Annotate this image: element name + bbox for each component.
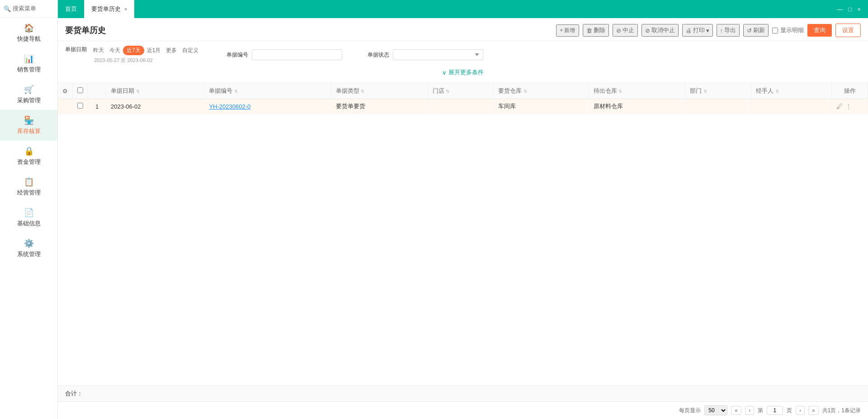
refresh-icon: ↺ (747, 27, 752, 34)
sidebar-item-inventory[interactable]: 🏪 库存核算 (0, 110, 57, 141)
window-minimize-button[interactable]: — (837, 6, 843, 13)
doc-no-input[interactable] (252, 49, 342, 60)
filter-area: 单据日期 昨天 今天 近7天 近1月 更多 自定义 2023-05-27 至 2… (58, 41, 868, 83)
row-more-icon[interactable]: ⋮ (845, 103, 852, 110)
sidebar-search-label: 搜索菜单 (13, 5, 36, 13)
sort-icon-pending-warehouse: ⇅ (618, 89, 622, 94)
query-button[interactable]: 查询 (807, 24, 832, 37)
page-content: 要货单历史 + 新增 🗑 删除 ⊘ 中止 ⊘ 取消中止 🖨 打印 (58, 18, 868, 419)
cancel-stop-button[interactable]: ⊘ 取消中止 (642, 24, 679, 37)
date-btn-custom[interactable]: 自定义 (179, 46, 201, 55)
window-maximize-button[interactable]: □ (849, 6, 852, 13)
sales-icon: 📊 (24, 54, 34, 64)
table-header: ⚙ 单据日期 ⇅ 单据编号 ⇅ (58, 83, 868, 99)
page-label: 第 (758, 407, 763, 414)
main-area: 首页 要货单历史 × — □ × 要货单历史 + 新增 🗑 删除 ⊘ 中 (58, 0, 868, 419)
current-page-input[interactable] (767, 406, 783, 415)
sidebar-item-label-inventory: 库存核算 (17, 127, 41, 135)
sort-icon-handler: ⇅ (775, 89, 779, 94)
doc-no-label: 单据编号 (226, 51, 248, 59)
date-btn-more[interactable]: 更多 (163, 46, 179, 55)
sidebar-item-purchase[interactable]: 🛒 采购管理 (0, 79, 57, 110)
page-header: 要货单历史 + 新增 🗑 删除 ⊘ 中止 ⊘ 取消中止 🖨 打印 (58, 18, 868, 41)
th-doc-type-label: 单据类型 (336, 87, 359, 94)
prev-page-button[interactable]: ‹ (745, 406, 754, 415)
display-detail-toggle[interactable]: 显示明细 (772, 26, 804, 34)
sidebar-item-label-sales: 销售管理 (17, 66, 41, 74)
td-checkbox[interactable] (73, 99, 88, 114)
display-detail-checkbox[interactable] (772, 28, 778, 33)
date-btn-7days[interactable]: 近7天 (123, 46, 144, 55)
date-btn-1month[interactable]: 近1月 (144, 46, 164, 55)
tab-close-button[interactable]: × (124, 6, 127, 12)
row-action-icons: 🖊 ⋮ (836, 103, 863, 110)
sidebar-item-label-purchase: 采购管理 (17, 96, 41, 105)
sidebar-item-sales[interactable]: 📊 销售管理 (0, 48, 57, 79)
th-settings[interactable]: ⚙ (58, 83, 73, 99)
print-button[interactable]: 🖨 打印 ▾ (682, 24, 713, 37)
date-btn-today[interactable]: 今天 (107, 46, 123, 55)
sidebar-item-label-operation: 经营管理 (17, 189, 41, 197)
th-req-warehouse[interactable]: 要货仓库 ⇅ (494, 83, 589, 99)
sidebar-search-area[interactable]: 🔍 搜索菜单 (0, 0, 57, 18)
th-store[interactable]: 门店 ⇅ (428, 83, 494, 99)
th-department[interactable]: 部门 ⇅ (685, 83, 751, 99)
row-edit-icon[interactable]: 🖊 (836, 103, 843, 110)
total-info: 共1页，1条记录 (822, 407, 861, 414)
th-doc-date[interactable]: 单据日期 ⇅ (106, 83, 204, 99)
th-operations: 操作 (832, 83, 868, 99)
window-close-button[interactable]: × (857, 6, 861, 13)
new-button[interactable]: + 新增 (556, 24, 579, 37)
td-doc-date: 2023-06-02 (106, 99, 204, 114)
topbar-right-controls: — □ × (837, 6, 868, 13)
select-all-checkbox[interactable] (77, 87, 83, 93)
row-checkbox[interactable] (77, 103, 83, 109)
setting-button[interactable]: 设置 (835, 24, 861, 37)
export-button[interactable]: ↑ 导出 (717, 24, 740, 37)
data-table: ⚙ 单据日期 ⇅ 单据编号 ⇅ (58, 83, 868, 114)
th-handler[interactable]: 经手人 ⇅ (751, 83, 831, 99)
sidebar-item-label-quick-nav: 快捷导航 (17, 35, 41, 43)
th-doc-no[interactable]: 单据编号 ⇅ (204, 83, 331, 99)
stop-button[interactable]: ⊘ 中止 (613, 24, 638, 37)
sidebar-item-quick-nav[interactable]: 🏠 快捷导航 (0, 18, 57, 48)
tab-requisition-history[interactable]: 要货单历史 × (84, 0, 134, 18)
sort-icon-store: ⇅ (446, 89, 449, 94)
sidebar-item-operation[interactable]: 📋 经营管理 (0, 171, 57, 202)
sidebar-item-finance[interactable]: 🔒 资金管理 (0, 141, 57, 171)
doc-no-filter-group: 单据编号 (226, 49, 342, 60)
td-pending-warehouse: 原材料仓库 (589, 99, 685, 114)
doc-no-link[interactable]: YH-20230602-0 (209, 103, 250, 110)
basic-icon: 📄 (24, 208, 34, 218)
expand-more-btn[interactable]: ∨ 展开更多条件 (442, 68, 484, 76)
date-filter-options: 昨天 今天 近7天 近1月 更多 自定义 2023-05-27 至 2023-0… (90, 46, 201, 64)
print-icon: 🖨 (686, 27, 692, 34)
first-page-button[interactable]: « (731, 406, 741, 415)
sidebar-item-label-basic: 基础信息 (17, 219, 41, 228)
page-size-select[interactable]: 20 50 100 200 (704, 405, 727, 415)
th-pending-warehouse[interactable]: 待出仓库 ⇅ (589, 83, 685, 99)
table-row: 1 2023-06-02 YH-20230602-0 要货单要货 车间库 原材料… (58, 99, 868, 114)
tab-home[interactable]: 首页 (58, 0, 84, 18)
last-page-button[interactable]: » (808, 406, 819, 415)
sidebar-item-basic[interactable]: 📄 基础信息 (0, 202, 57, 233)
sidebar: 🔍 搜索菜单 🏠 快捷导航 📊 销售管理 🛒 采购管理 🏪 库存核算 🔒 资金管… (0, 0, 58, 419)
topbar: 首页 要货单历史 × — □ × (58, 0, 868, 18)
pagination-bar: 每页显示 20 50 100 200 « ‹ 第 页 › » 共1页，1条记录 (58, 401, 868, 419)
status-label: 单据状态 (368, 51, 389, 59)
th-handler-label: 经手人 (756, 87, 774, 94)
th-doc-type[interactable]: 单据类型 ⇅ (331, 83, 428, 99)
sidebar-item-system[interactable]: ⚙️ 系统管理 (0, 233, 57, 264)
delete-button[interactable]: 🗑 删除 (583, 24, 609, 37)
refresh-button[interactable]: ↺ 刷新 (743, 24, 769, 37)
td-department (685, 99, 751, 114)
sidebar-item-label-system: 系统管理 (17, 250, 41, 258)
td-handler (751, 99, 831, 114)
next-page-button[interactable]: › (796, 406, 805, 415)
status-select[interactable]: 全部 草稿 已提交 已审核 已中止 (393, 49, 483, 60)
page-title: 要货单历史 (65, 25, 556, 36)
date-btn-yesterday[interactable]: 昨天 (90, 46, 107, 55)
sidebar-search-trigger[interactable]: 🔍 搜索菜单 (4, 5, 54, 13)
operation-icon: 📋 (24, 177, 34, 187)
status-filter-group: 单据状态 全部 草稿 已提交 已审核 已中止 (368, 49, 483, 60)
